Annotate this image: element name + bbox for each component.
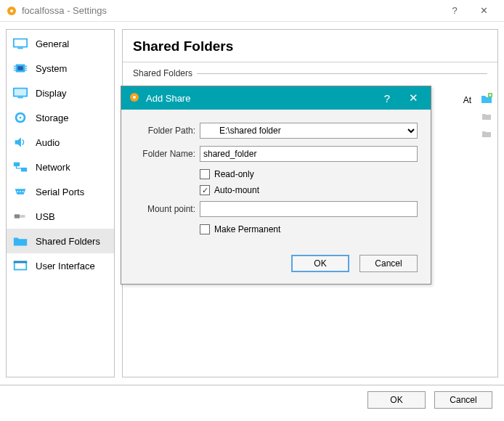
svg-point-31	[133, 96, 136, 99]
svg-rect-14	[15, 89, 27, 96]
svg-point-23	[23, 191, 24, 192]
monitor-icon	[11, 37, 30, 50]
readonly-checkbox[interactable]	[200, 169, 210, 179]
svg-rect-24	[15, 214, 20, 218]
svg-rect-3	[15, 40, 27, 46]
folder-icon	[11, 234, 30, 248]
settings-cancel-button[interactable]: Cancel	[434, 391, 492, 409]
section-heading: Shared Folders	[123, 62, 497, 78]
mount-point-label: Mount point:	[134, 204, 195, 214]
folder-name-input[interactable]	[200, 146, 418, 162]
svg-rect-28	[14, 261, 27, 263]
svg-rect-15	[17, 97, 23, 99]
dialog-close-button[interactable]: ✕	[403, 91, 423, 105]
bottom-button-bar: OK Cancel	[0, 385, 504, 414]
sidebar-item-label: USB	[36, 211, 55, 222]
svg-rect-19	[14, 163, 20, 167]
dialog-titlebar: Add Share ? ✕	[121, 86, 431, 110]
sidebar-item-label: Serial Ports	[36, 187, 84, 197]
chip-icon	[11, 62, 30, 75]
readonly-label: Read-only	[214, 169, 254, 179]
network-icon	[11, 160, 30, 173]
window-titlebar: focalfossa - Settings ? ✕	[0, 0, 504, 22]
add-share-dialog: Add Share ? ✕ Folder Path: E:\shared fol…	[121, 86, 431, 285]
automount-checkbox[interactable]	[200, 185, 210, 195]
svg-point-18	[20, 117, 22, 119]
remove-share-button[interactable]	[480, 127, 493, 140]
sidebar-item-label: Audio	[36, 137, 60, 148]
gear-icon	[129, 91, 140, 105]
folder-path-select[interactable]: E:\shared folder	[200, 123, 418, 139]
sidebar-item-shared-folders[interactable]: Shared Folders	[7, 229, 114, 253]
make-permanent-label: Make Permanent	[214, 224, 280, 234]
dialog-title: Add Share	[146, 93, 371, 104]
sidebar-item-system[interactable]: System	[7, 56, 114, 81]
sidebar-item-label: System	[36, 63, 67, 74]
sidebar-item-ui[interactable]: User Interface	[7, 253, 114, 278]
settings-ok-button[interactable]: OK	[367, 391, 426, 409]
sidebar-item-label: Storage	[36, 113, 69, 123]
svg-point-22	[20, 191, 21, 192]
svg-rect-6	[17, 66, 23, 70]
usb-icon	[11, 210, 30, 223]
svg-point-1	[10, 9, 13, 12]
dialog-ok-button[interactable]: OK	[291, 255, 349, 272]
page-title: Shared Folders	[123, 30, 497, 62]
sidebar-item-label: User Interface	[36, 261, 95, 271]
sidebar-item-label: Network	[36, 162, 70, 173]
dialog-cancel-button[interactable]: Cancel	[359, 255, 418, 272]
sidebar-item-serial[interactable]: Serial Ports	[7, 179, 114, 204]
settings-sidebar: General System Display Storage Audio Net…	[6, 29, 115, 377]
list-column-header: At	[462, 95, 473, 105]
sidebar-item-audio[interactable]: Audio	[7, 130, 114, 155]
display-icon	[11, 86, 30, 99]
serial-icon	[11, 185, 30, 198]
help-button[interactable]: ?	[440, 0, 469, 22]
sidebar-item-general[interactable]: General	[7, 31, 114, 56]
window-title: focalfossa - Settings	[22, 5, 440, 16]
sidebar-item-label: Shared Folders	[36, 236, 100, 247]
make-permanent-checkbox[interactable]	[200, 224, 210, 234]
app-icon	[6, 5, 17, 17]
folder-name-label: Folder Name:	[134, 149, 195, 159]
sidebar-item-label: General	[36, 38, 69, 49]
svg-rect-25	[20, 215, 25, 218]
disk-icon	[11, 111, 30, 124]
sidebar-item-network[interactable]: Network	[7, 155, 114, 179]
dialog-help-button[interactable]: ?	[377, 92, 397, 105]
automount-label: Auto-mount	[214, 185, 259, 195]
interface-icon	[11, 259, 30, 272]
svg-point-21	[17, 191, 18, 192]
speaker-icon	[11, 136, 30, 149]
svg-rect-4	[17, 48, 23, 49]
add-share-button[interactable]	[480, 92, 493, 105]
sidebar-item-label: Display	[36, 88, 67, 99]
svg-rect-27	[15, 263, 26, 269]
close-button[interactable]: ✕	[469, 0, 498, 22]
folder-path-label: Folder Path:	[134, 126, 195, 136]
sidebar-item-display[interactable]: Display	[7, 81, 114, 105]
mount-point-input[interactable]	[200, 201, 418, 217]
sidebar-item-usb[interactable]: USB	[7, 204, 114, 229]
edit-share-button[interactable]	[480, 110, 493, 123]
sidebar-item-storage[interactable]: Storage	[7, 105, 114, 130]
